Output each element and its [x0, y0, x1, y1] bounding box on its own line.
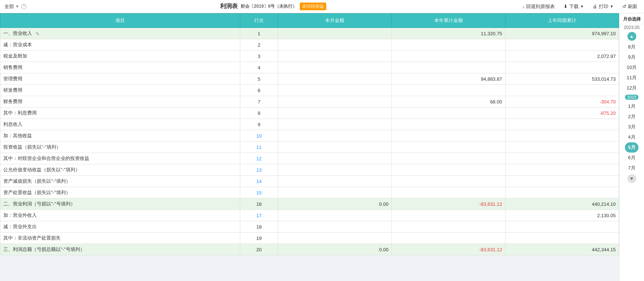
- cell-month-amount: [278, 233, 392, 244]
- top-bar-center: 利润表 财会〔2019〕6号（未执行） 未结转损益: [220, 3, 326, 10]
- dropdown-arrow-icon: ▼: [15, 4, 19, 8]
- cell-row-num[interactable]: 10: [240, 130, 278, 142]
- month-item[interactable]: 10月: [625, 62, 638, 73]
- month-item[interactable]: 8月: [625, 42, 638, 52]
- cell-row-num[interactable]: 14: [240, 176, 278, 187]
- cell-row-num: 4: [240, 62, 278, 73]
- cell-year-amount: [392, 62, 505, 73]
- cell-prev-amount: 974,997.10: [505, 28, 619, 39]
- cell-year-amount: [392, 85, 505, 96]
- refresh-button[interactable]: ↺ 刷新: [620, 2, 640, 11]
- cell-prev-amount: [505, 221, 619, 233]
- cell-name: 资产处置收益（损失以"-"填列）: [0, 187, 240, 198]
- download-button[interactable]: ⬇ 下载 ▼: [561, 2, 586, 11]
- top-bar: 全部 ▼ ? 利润表 财会〔2019〕6号（未执行） 未结转损益 ↓ 回退到原报…: [0, 0, 644, 13]
- month-nav-up-button[interactable]: ▲: [627, 32, 636, 41]
- cell-prev-amount: [505, 39, 619, 51]
- refresh-label: 刷新: [628, 3, 637, 10]
- cell-year-amount: [392, 176, 505, 187]
- cell-year-amount: 11,320.75: [392, 28, 505, 39]
- cell-row-num[interactable]: 17: [240, 210, 278, 221]
- top-bar-right: ↓ 回退到原报表 ⬇ 下载 ▼ 🖨 打印 ▼ ↺ 刷新: [520, 2, 640, 11]
- month-item[interactable]: 6月: [625, 153, 638, 163]
- cell-row-num[interactable]: 15: [240, 187, 278, 198]
- cell-row-num: 1: [240, 28, 278, 39]
- help-icon[interactable]: ?: [21, 4, 26, 9]
- cell-prev-amount: 440,214.10: [505, 198, 619, 210]
- cell-year-amount: [392, 164, 505, 176]
- month-item[interactable]: 9月: [625, 52, 638, 62]
- cell-row-num: 5: [240, 73, 278, 85]
- month-item[interactable]: 4月: [625, 132, 638, 142]
- cell-name: 税金及附加: [0, 51, 240, 62]
- cell-month-amount: 0.00: [278, 198, 392, 210]
- top-bar-left: 全部 ▼ ?: [4, 3, 26, 10]
- cell-year-amount: [392, 153, 505, 164]
- side-panel-label: 月份选择: [619, 15, 644, 24]
- cell-row-num[interactable]: 11: [240, 142, 278, 153]
- col-header-month: 本月金额: [278, 14, 392, 28]
- back-icon: ↓: [522, 4, 525, 9]
- cell-row-num: 19: [240, 233, 278, 244]
- cell-month-amount: [278, 73, 392, 85]
- table-row: 加：其他收益 10: [0, 130, 619, 142]
- table-row: 投资收益（损失以"-"填列） 11: [0, 142, 619, 153]
- month-item-active[interactable]: 5月: [625, 142, 638, 153]
- table-row: 加：营业外收入 17 2,130.05: [0, 210, 619, 221]
- cell-month-amount: [278, 85, 392, 96]
- year-badge: 2023: [625, 95, 638, 100]
- month-item[interactable]: 12月: [625, 83, 638, 93]
- table-row: 一、营业收入 ✎ 1 11,320.75 974,997.10: [0, 28, 619, 39]
- side-panel-date: 2023.05: [624, 24, 640, 31]
- col-header-row: 行次: [240, 14, 278, 28]
- cell-name: 减：营业成本: [0, 39, 240, 51]
- col-header-year: 本年累计金额: [392, 14, 505, 28]
- back-label: 回退到原报表: [526, 3, 555, 10]
- cell-name: 加：其他收益: [0, 130, 240, 142]
- cell-month-amount: [278, 130, 392, 142]
- table-row: 管理费用 5 94,883.87 533,014.73: [0, 73, 619, 85]
- cell-month-amount: [278, 119, 392, 130]
- cell-prev-amount: 442,344.15: [505, 244, 619, 255]
- table-row: 二、营业利润（亏损以"-"号填列） 16 0.00 -83,631.12 440…: [0, 198, 619, 210]
- cell-year-amount: [392, 210, 505, 221]
- cell-prev-amount: [505, 130, 619, 142]
- cell-year-amount: [392, 107, 505, 119]
- cell-year-amount: -83,631.12: [392, 198, 505, 210]
- cell-year-amount: [392, 142, 505, 153]
- cell-name: 财务费用: [0, 96, 240, 107]
- month-item[interactable]: 11月: [625, 73, 638, 83]
- cell-month-amount: [278, 51, 392, 62]
- month-item[interactable]: 1月: [625, 101, 638, 112]
- print-arrow-icon: ▼: [610, 4, 614, 8]
- cell-name: 一、营业收入 ✎: [0, 28, 240, 39]
- cell-year-amount: [392, 130, 505, 142]
- edit-icon[interactable]: ✎: [36, 31, 41, 36]
- print-button[interactable]: 🖨 打印 ▼: [590, 2, 616, 11]
- month-item[interactable]: 3月: [625, 122, 638, 132]
- cell-row-num[interactable]: 13: [240, 164, 278, 176]
- table-row: 财务费用 7 68.00 -304.70: [0, 96, 619, 107]
- cell-prev-amount: [505, 164, 619, 176]
- report-title: 利润表: [220, 3, 238, 10]
- download-arrow-icon: ▼: [580, 4, 584, 8]
- cell-prev-amount: [505, 153, 619, 164]
- table-row: 公允价值变动收益（损失以"-"填列） 13: [0, 164, 619, 176]
- cell-prev-amount: [505, 85, 619, 96]
- cell-prev-amount: 2,130.05: [505, 210, 619, 221]
- table-row: 资产处置收益（损失以"-"填列） 15: [0, 187, 619, 198]
- all-select[interactable]: 全部 ▼: [4, 3, 19, 10]
- month-nav-down-button[interactable]: ▼: [627, 174, 636, 183]
- month-item[interactable]: 7月: [625, 163, 638, 173]
- side-panel: 月份选择 2023.05 ▲ 8月9月10月11月12月20231月2月3月4月…: [619, 13, 644, 281]
- cell-year-amount: [392, 233, 505, 244]
- back-button[interactable]: ↓ 回退到原报表: [520, 2, 557, 11]
- cell-month-amount: [278, 107, 392, 119]
- month-item[interactable]: 2月: [625, 112, 638, 122]
- cell-row-num[interactable]: 12: [240, 153, 278, 164]
- cell-name: 其中：非流动资产处置损失: [0, 233, 240, 244]
- cell-name: 其中：对联营企业和合营企业的投资收益: [0, 153, 240, 164]
- cell-name: 管理费用: [0, 73, 240, 85]
- download-label: 下载: [569, 3, 579, 10]
- table-row: 其中：非流动资产处置损失 19: [0, 233, 619, 244]
